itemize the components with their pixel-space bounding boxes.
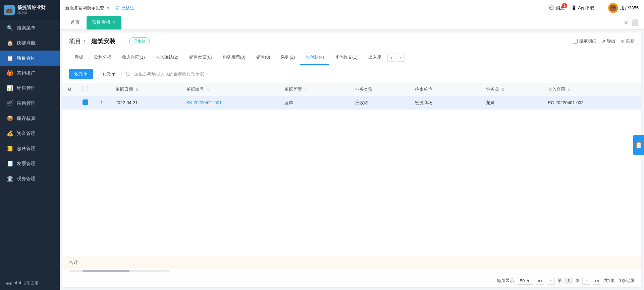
app-download-button[interactable]: 📱 App下载: [571, 5, 594, 11]
sidebar-item-quick[interactable]: 🏠 快捷导航: [0, 35, 60, 51]
table-check-header[interactable]: [77, 83, 93, 96]
table-partner-header[interactable]: 往来单位 ⇅: [410, 83, 481, 96]
export-button[interactable]: ↗ 导出: [602, 38, 615, 44]
sidebar-item-tax[interactable]: 🏛️ 税务管理: [0, 171, 60, 186]
subtab-other-income[interactable]: 其他收支(1): [329, 50, 363, 65]
subtab-tax-invoice[interactable]: 税务发票(0): [217, 50, 251, 65]
last-page-button[interactable]: ⏭: [593, 277, 601, 285]
tab-project-board-label: 项目看板: [92, 19, 111, 25]
next-page-icon: ›: [586, 278, 587, 283]
float-action-button[interactable]: 📋: [633, 135, 641, 155]
sidebar-item-fund[interactable]: 💰 资金管理: [0, 126, 60, 141]
subtab-income-contract[interactable]: 收入合同(1): [117, 50, 150, 65]
row-checkbox[interactable]: [83, 99, 88, 105]
project-more-button[interactable]: ···: [119, 39, 125, 44]
row-salesperson-cell: 龙妹: [481, 96, 542, 110]
table-settings-header[interactable]: ⚙: [62, 83, 77, 96]
cart-icon: 🛒: [7, 100, 13, 106]
table-income-contract-header[interactable]: 收入合同 ⇅: [542, 83, 641, 96]
tax-icon: 🏛️: [7, 175, 13, 182]
subtab-kanban[interactable]: 看板: [69, 50, 89, 65]
box-icon: 📦: [7, 115, 13, 122]
sidebar-item-label: 税务管理: [17, 176, 36, 182]
account-selector[interactable]: 新服务官网演示账套 ▼: [65, 5, 110, 11]
export-label: 导出: [607, 38, 615, 44]
row-code-link[interactable]: SK-20220421-001: [186, 100, 222, 105]
search-icon: 🔍: [7, 25, 13, 31]
sidebar-item-sales[interactable]: 📊 销售管理: [0, 81, 60, 96]
receipt-filter-button[interactable]: 收款单: [69, 69, 93, 79]
close-window-icon[interactable]: ✕: [624, 19, 629, 26]
tab-home[interactable]: 首页: [65, 16, 85, 29]
export-icon: ↗: [602, 39, 605, 44]
sidebar-item-marketing[interactable]: 🎁 营销推广: [0, 66, 60, 81]
project-status-badge: 已生效: [129, 38, 150, 45]
first-page-icon: ⏮: [538, 278, 542, 283]
message-button[interactable]: 💬 消息 1: [549, 5, 565, 11]
money-icon: 💰: [7, 130, 13, 137]
row-code-cell[interactable]: SK-20220421-001: [181, 96, 279, 110]
row-check-cell[interactable]: [77, 96, 93, 110]
show-detail-checkbox[interactable]: [573, 39, 578, 44]
sidebar-item-label: 资金管理: [17, 131, 36, 137]
scrollbar-thumb[interactable]: [83, 270, 129, 272]
select-all-checkbox[interactable]: [83, 86, 88, 91]
table-type-header[interactable]: 单据类型 ⇅: [279, 83, 350, 96]
contract-icon: 📋: [7, 55, 13, 61]
sidebar-app-subtitle: 标准版: [17, 11, 46, 15]
subtab-receipt[interactable]: 收付款(4): [300, 50, 329, 65]
account-dropdown-icon: ▼: [106, 6, 110, 10]
filter-bar: 收款单 付款单 注：这里是与项目关联的全部收付款单哦～: [62, 65, 641, 83]
row-date-cell: 2022-04-21: [110, 96, 181, 110]
subtab-in-out[interactable]: 出入库: [363, 50, 387, 65]
horizontal-scrollbar[interactable]: [62, 269, 641, 274]
filter-note: 注：这里是与项目关联的全部收付款单哦～: [125, 71, 208, 77]
row-biztype-cell: 应收款: [350, 96, 410, 110]
refresh-button[interactable]: ↻ 刷新: [621, 38, 635, 44]
row-type-cell: 蓝单: [279, 96, 350, 110]
table-row[interactable]: 1 2022-04-21 SK-20220421-001 蓝单 应收款 宏茂商场…: [62, 96, 641, 110]
sidebar-item-inventory[interactable]: 📦 库存核算: [0, 111, 60, 126]
maximize-window-icon[interactable]: ⬜: [631, 19, 639, 26]
subtab-prev-icon[interactable]: ‹: [387, 54, 395, 62]
page-suffix: 页: [575, 278, 580, 284]
app-download-label: App下载: [578, 5, 594, 11]
prev-page-button[interactable]: ‹: [547, 277, 555, 285]
subtab-purchase[interactable]: 采购(2): [275, 50, 300, 65]
payment-filter-button[interactable]: 付款单: [97, 69, 121, 79]
next-page-button[interactable]: ›: [582, 277, 590, 285]
scrollbar-track[interactable]: [69, 270, 170, 272]
message-badge: 1: [562, 3, 567, 8]
sidebar-item-invoice[interactable]: 🧾 发票管理: [0, 156, 60, 171]
show-detail-toggle[interactable]: 显示明细: [573, 38, 596, 44]
sidebar-item-label: 总账管理: [17, 146, 36, 152]
sort-code-icon: ⇅: [206, 88, 209, 91]
tab-close-icon[interactable]: ✕: [113, 20, 116, 25]
sidebar-item-ledger[interactable]: 📒 总账管理: [0, 141, 60, 156]
last-page-icon: ⏭: [595, 278, 599, 283]
per-page-arrow: ▼: [526, 278, 530, 283]
sidebar-item-search[interactable]: 🔍 搜索菜单: [0, 20, 60, 35]
subtab-sales-invoice[interactable]: 销售发票(0): [184, 50, 217, 65]
subtab-nav: ‹ ›: [387, 54, 406, 62]
table-code-header[interactable]: 单据编号 ⇅: [181, 83, 279, 96]
subtab-income-confirm[interactable]: 收入确认(2): [150, 50, 184, 65]
sidebar-item-contract[interactable]: 📋 项目合同: [0, 51, 60, 66]
subtab-sales[interactable]: 销售(0): [251, 50, 276, 65]
sidebar-item-label: 营销推广: [17, 70, 36, 76]
first-page-button[interactable]: ⏮: [536, 277, 544, 285]
sidebar-item-purchase[interactable]: 🛒 采购管理: [0, 96, 60, 111]
sidebar-item-label: 项目合同: [17, 55, 36, 61]
user-avatar: 🐻: [608, 3, 618, 13]
tab-project-board[interactable]: 项目看板 ✕: [87, 16, 121, 29]
table-salesperson-header[interactable]: 业务员 ⇅: [481, 83, 542, 96]
topbar-divider: [601, 5, 601, 11]
subtab-profit[interactable]: 盈利分析: [89, 50, 117, 65]
data-table-container: ⚙ 单据日期 ⇅ 单据编号 ⇅: [62, 83, 641, 256]
table-date-header[interactable]: 单据日期 ⇅: [110, 83, 181, 96]
user-menu[interactable]: 🐻 用户3355: [608, 3, 639, 13]
gift-icon: 🎁: [7, 70, 13, 76]
per-page-select[interactable]: 50 ▼: [517, 277, 533, 285]
sidebar-unpin-button[interactable]: ◀◀ ◀◀ 取消固定: [0, 276, 60, 290]
subtab-next-icon[interactable]: ›: [397, 54, 405, 62]
